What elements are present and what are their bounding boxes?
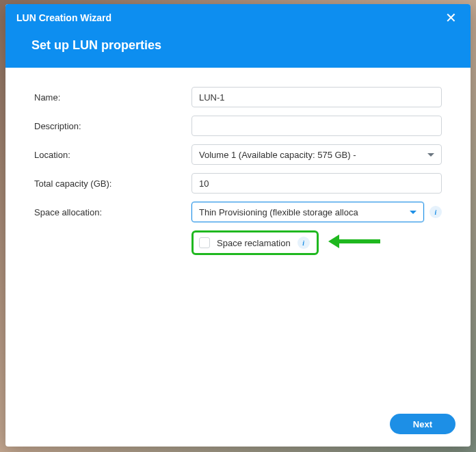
close-icon[interactable]: ✕: [442, 10, 460, 26]
header-title-row: LUN Creation Wizard ✕: [5, 4, 471, 29]
capacity-input[interactable]: [191, 173, 442, 194]
location-select[interactable]: Volume 1 (Available capacity: 575 GB) -: [191, 144, 442, 165]
allocation-value: Thin Provisioning (flexible storage allo…: [199, 207, 406, 217]
reclamation-label: Space reclamation: [217, 238, 291, 248]
location-value: Volume 1 (Available capacity: 575 GB) -: [199, 150, 423, 160]
allocation-label: Space allocation:: [34, 207, 191, 217]
chevron-down-icon: [410, 211, 416, 214]
row-capacity: Total capacity (GB):: [34, 173, 442, 194]
reclamation-checkbox[interactable]: [199, 237, 210, 248]
info-icon[interactable]: i: [429, 206, 442, 218]
row-location: Location: Volume 1 (Available capacity: …: [34, 144, 442, 165]
step-title: Set up LUN properties: [5, 29, 471, 68]
chevron-down-icon: [427, 153, 434, 157]
arrow-left-icon: [328, 235, 339, 248]
name-input[interactable]: [191, 87, 442, 107]
name-label: Name:: [34, 92, 191, 103]
wizard-title: LUN Creation Wizard: [16, 12, 111, 23]
wizard-modal: LUN Creation Wizard ✕ Set up LUN propert…: [5, 4, 471, 447]
row-name: Name:: [34, 87, 442, 107]
allocation-select[interactable]: Thin Provisioning (flexible storage allo…: [191, 202, 424, 222]
location-label: Location:: [34, 150, 191, 160]
description-label: Description:: [34, 121, 191, 131]
modal-footer: Next: [5, 404, 471, 447]
description-input[interactable]: [191, 116, 442, 136]
next-button[interactable]: Next: [390, 414, 455, 434]
arrow-annotation: [328, 235, 380, 248]
row-allocation: Space allocation: Thin Provisioning (fle…: [34, 202, 442, 222]
capacity-label: Total capacity (GB):: [34, 178, 191, 189]
form-area: Name: Description: Location: Volume 1 (A…: [5, 68, 471, 404]
row-reclamation: Space reclamation i: [191, 230, 442, 255]
info-icon[interactable]: i: [298, 237, 310, 249]
row-description: Description:: [34, 116, 442, 136]
arrow-line: [339, 239, 380, 243]
highlight-annotation: Space reclamation i: [191, 230, 319, 255]
modal-header: LUN Creation Wizard ✕ Set up LUN propert…: [5, 4, 471, 68]
